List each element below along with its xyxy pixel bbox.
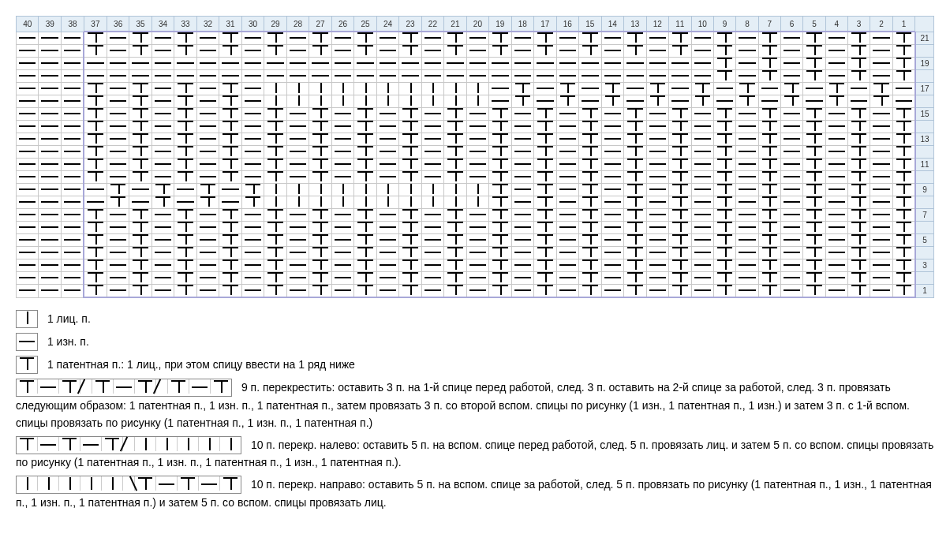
- stitch-cell: [84, 234, 107, 247]
- stitch-cell: [444, 45, 466, 58]
- stitch-cell: [17, 58, 39, 70]
- stitch-cell: [870, 247, 892, 259]
- col-header: 22: [421, 17, 443, 32]
- stitch-cell: [39, 171, 61, 184]
- stitch-cell: [489, 222, 511, 234]
- stitch-cell: [803, 121, 825, 133]
- stitch-cell: [825, 45, 847, 58]
- stitch-cell: [601, 209, 623, 222]
- stitch-cell: [444, 121, 466, 133]
- stitch-cell: [758, 108, 780, 121]
- stitch-cell: [286, 32, 309, 45]
- stitch-cell: [646, 184, 668, 196]
- row-label: 1: [915, 285, 934, 298]
- stitch-cell: [892, 133, 915, 146]
- stitch-cell: [444, 259, 466, 272]
- stitch-cell: [354, 285, 376, 298]
- stitch-cell: [241, 272, 264, 285]
- stitch-cell: [825, 285, 847, 298]
- col-header: 3: [847, 17, 870, 32]
- stitch-cell: [556, 196, 578, 209]
- stitch-cell: [61, 184, 84, 196]
- stitch-cell: [174, 95, 196, 108]
- stitch-cell: [61, 222, 84, 234]
- stitch-cell: [174, 58, 196, 70]
- stitch-cell: [196, 272, 219, 285]
- stitch-cell: [825, 196, 847, 209]
- stitch-cell: [870, 83, 892, 95]
- stitch-cell: [107, 222, 129, 234]
- stitch-cell: [466, 159, 488, 171]
- stitch-cell: [264, 196, 286, 209]
- stitch-cell: [196, 146, 219, 159]
- stitch-cell: [892, 184, 915, 196]
- stitch-cell: [421, 234, 443, 247]
- col-header: 39: [39, 17, 61, 32]
- stitch-cell: [758, 146, 780, 159]
- stitch-cell: [421, 146, 443, 159]
- stitch-cell: [780, 58, 802, 70]
- stitch-cell: [399, 32, 421, 45]
- stitch-cell: [624, 184, 646, 196]
- stitch-cell: [241, 45, 264, 58]
- stitch-cell: [331, 159, 353, 171]
- stitch-cell: [892, 146, 915, 159]
- col-header: 10: [691, 17, 713, 32]
- stitch-cell: [825, 272, 847, 285]
- stitch-cell: [444, 159, 466, 171]
- stitch-cell: [174, 247, 196, 259]
- stitch-cell: [174, 159, 196, 171]
- stitch-cell: [691, 32, 713, 45]
- stitch-cell: [286, 159, 309, 171]
- stitch-cell: [601, 133, 623, 146]
- stitch-cell: [354, 272, 376, 285]
- stitch-cell: [736, 184, 758, 196]
- stitch-cell: [579, 146, 601, 159]
- stitch-cell: [780, 133, 802, 146]
- col-header: 21: [444, 17, 466, 32]
- stitch-cell: [17, 159, 39, 171]
- stitch-cell: [174, 108, 196, 121]
- stitch-cell: [691, 234, 713, 247]
- stitch-cell: [489, 272, 511, 285]
- stitch-cell: [309, 171, 331, 184]
- stitch-cell: [331, 171, 353, 184]
- stitch-cell: [241, 196, 264, 209]
- stitch-cell: [892, 234, 915, 247]
- stitch-cell: [399, 121, 421, 133]
- stitch-cell: [466, 171, 488, 184]
- stitch-cell: [241, 32, 264, 45]
- stitch-cell: [803, 70, 825, 83]
- stitch-cell: [691, 184, 713, 196]
- stitch-cell: [466, 285, 488, 298]
- knitting-chart: 4039383736353433323130292827262524232221…: [16, 16, 934, 298]
- stitch-cell: [331, 146, 353, 159]
- stitch-cell: [892, 222, 915, 234]
- stitch-cell: [421, 108, 443, 121]
- stitch-cell: [17, 272, 39, 285]
- stitch-cell: [151, 45, 174, 58]
- stitch-cell: [870, 171, 892, 184]
- stitch-cell: [669, 133, 691, 146]
- stitch-cell: [691, 222, 713, 234]
- col-header: 25: [354, 17, 376, 32]
- stitch-cell: [713, 95, 735, 108]
- stitch-cell: [713, 58, 735, 70]
- stitch-cell: [511, 133, 533, 146]
- stitch-cell: [870, 146, 892, 159]
- stitch-cell: [107, 285, 129, 298]
- stitch-cell: [309, 234, 331, 247]
- stitch-cell: [39, 259, 61, 272]
- stitch-cell: [421, 58, 443, 70]
- stitch-cell: [129, 146, 151, 159]
- stitch-cell: [892, 196, 915, 209]
- stitch-cell: [17, 133, 39, 146]
- stitch-cell: [669, 159, 691, 171]
- stitch-cell: [241, 247, 264, 259]
- stitch-cell: [421, 95, 443, 108]
- stitch-cell: [309, 32, 331, 45]
- stitch-cell: [669, 285, 691, 298]
- stitch-cell: [399, 285, 421, 298]
- stitch-cell: [61, 196, 84, 209]
- stitch-cell: [511, 146, 533, 159]
